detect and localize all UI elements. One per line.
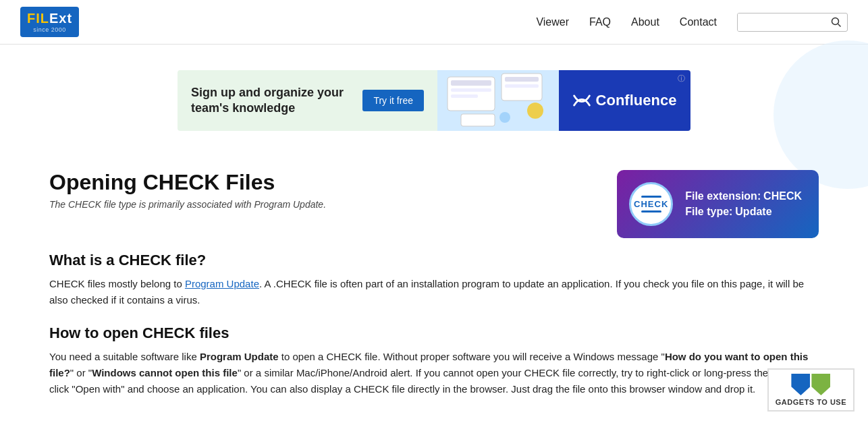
svg-point-9 [527,103,543,119]
file-icon: CHECK [629,182,673,226]
file-extension-value: CHECK [763,190,802,202]
svg-rect-7 [505,77,539,82]
nav-about[interactable]: About [631,16,659,28]
logo-title: FILExt [27,11,72,26]
page-title: Opening CHECK Files [49,170,326,195]
ad-right: ⓘ Confluence [559,70,690,131]
section-what-is-body: CHECK files mostly belong to Program Upd… [49,276,819,308]
file-extension-row: File extension: CHECK [685,190,802,202]
nav-faq[interactable]: FAQ [589,16,611,28]
svg-rect-4 [451,88,491,92]
svg-rect-8 [505,84,539,88]
file-extension-card: CHECK File extension: CHECK File type: U… [617,170,819,238]
main-nav: Viewer FAQ About Contact [536,13,848,32]
section-what-is: What is a CHECK file? CHECK files mostly… [49,252,819,308]
gadgets-to-use-logo: GADGETS TO USE [767,368,855,412]
ad-info-icon: ⓘ [678,74,685,84]
page-header-row: Opening CHECK Files The CHECK file type … [49,170,819,238]
confluence-icon [573,92,591,109]
nav-contact[interactable]: Contact [680,16,717,28]
search-icon [831,17,842,28]
file-doc-line-1 [641,196,661,198]
ad-illustration [441,70,555,131]
page-subtitle: The CHECK file type is primarily associa… [49,199,326,210]
file-type-label: File type: [685,206,732,217]
ad-banner: Sign up and organize your team's knowled… [178,70,690,131]
section-how-to-open-body: You need a suitable software like Progra… [49,349,819,397]
header: FILExt since 2000 Viewer FAQ About Conta… [0,0,868,45]
section-what-is-heading: What is a CHECK file? [49,252,819,269]
cannot-open-bold: Windows cannot open this file [92,367,238,378]
search-input[interactable] [738,13,825,31]
svg-rect-11 [461,114,495,126]
gadgets-icon-left [791,374,810,395]
logo-since: since 2000 [33,26,66,33]
svg-rect-5 [451,94,478,98]
gadgets-icon-right [811,374,830,395]
program-update-bold: Program Update [200,351,279,362]
page-header-left: Opening CHECK Files The CHECK file type … [49,170,326,210]
svg-line-1 [838,24,841,26]
file-extension-label: File extension: [685,190,761,202]
ad-left: Sign up and organize your team's knowled… [178,70,437,131]
file-ext-label: CHECK [634,199,668,209]
search-button[interactable] [825,13,847,31]
svg-rect-3 [451,80,491,86]
section-how-to-open: How to open CHECK files You need a suita… [49,324,819,397]
section-how-to-open-heading: How to open CHECK files [49,324,819,342]
ad-graphic [437,70,559,131]
ad-brand: Confluence [573,92,677,109]
file-ext-info: File extension: CHECK File type: Update [685,190,802,218]
search-box [737,13,848,32]
nav-viewer[interactable]: Viewer [536,16,569,28]
svg-point-0 [832,18,839,24]
file-type-value: Update [735,206,771,217]
ad-tagline: Sign up and organize your team's knowled… [191,85,352,117]
file-type-row: File type: Update [685,206,802,218]
logo[interactable]: FILExt since 2000 [20,7,79,37]
main-content: Opening CHECK Files The CHECK file type … [29,157,839,425]
ad-cta-button[interactable]: Try it free [362,90,424,111]
file-doc-line-2 [641,210,661,213]
gadgets-icon-box [791,374,830,395]
svg-point-10 [499,112,510,123]
gadgets-label: GADGETS TO USE [776,398,846,406]
program-update-link-1[interactable]: Program Update [185,278,259,289]
